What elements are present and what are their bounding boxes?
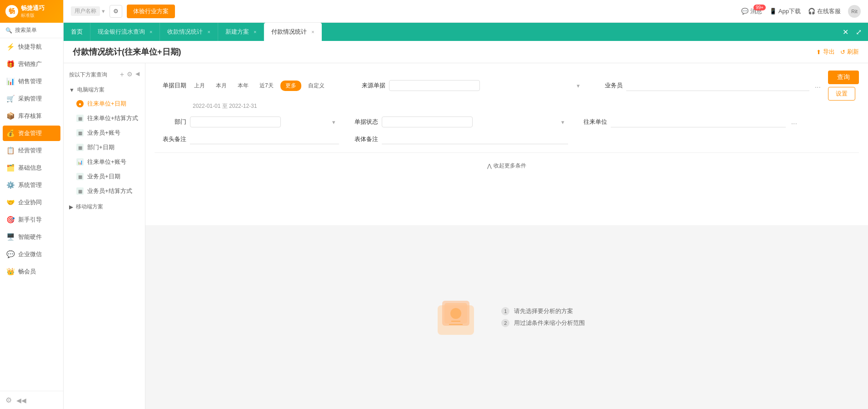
date-more[interactable]: 更多 <box>280 81 301 91</box>
date-custom[interactable]: 自定义 <box>304 81 329 91</box>
sidebar-item-kucun[interactable]: 📦 库存核算 <box>0 107 63 125</box>
tab-receipt-stats[interactable]: 收款情况统计 × <box>160 23 218 41</box>
export-button[interactable]: ⬆ 导出 <box>816 48 835 56</box>
dropdown-icon[interactable]: ▾ <box>102 8 105 15</box>
app-download-button[interactable]: 📱 App下载 <box>769 7 801 15</box>
scheme-item-label: 往来单位+结算方式 <box>87 114 138 122</box>
sidebar-item-xiaoshou[interactable]: 📊 销售管理 <box>0 73 63 90</box>
date-range-text: 2022-01-01 至 2022-12-31 <box>193 103 257 109</box>
settings-icon[interactable]: ⚙ <box>5 396 12 404</box>
partner-dots[interactable]: ... <box>791 118 797 126</box>
sidebar-item-caigou[interactable]: 🛒 采购管理 <box>0 90 63 107</box>
header: 用户名称 ▾ ⚙ 体验行业方案 💬 消息 99+ 📱 App下载 🎧 在线客服 <box>64 0 868 23</box>
scheme-collapse-button[interactable]: ◀ <box>135 71 140 79</box>
tab-close-icon[interactable]: × <box>311 29 314 35</box>
main-area: 用户名称 ▾ ⚙ 体验行业方案 💬 消息 99+ 📱 App下载 🎧 在线客服 <box>64 0 868 409</box>
sidebar-item-kuaijie[interactable]: ⚡ 快捷导航 <box>0 38 63 56</box>
scheme-item-sales-date[interactable]: ▦ 业务员+日期 <box>64 169 145 184</box>
scheme-settings-button[interactable]: ⚙ <box>127 71 133 79</box>
jingying-icon: 📋 <box>6 146 15 155</box>
sidebar-item-qiye[interactable]: 🤝 企业协同 <box>0 194 63 211</box>
sidebar-item-yingxiao[interactable]: 🎁 营销推广 <box>0 56 63 73</box>
tab-home[interactable]: 首页 <box>64 23 90 41</box>
source-select[interactable] <box>389 80 480 91</box>
date-7days[interactable]: 近7天 <box>255 81 278 91</box>
scheme-panel: 按以下方案查询 + ⚙ ◀ ▼ 电脑端方案 ● 往来单位+日期 <box>64 63 145 409</box>
mobile-group-header[interactable]: ▶ 移动端方案 <box>64 200 145 213</box>
tab-close-icon[interactable]: × <box>150 29 152 35</box>
weixin-icon: 💬 <box>6 250 15 258</box>
sidebar-item-xinshou[interactable]: 🎯 新手引导 <box>0 211 63 228</box>
filter-row-2: 部门 单据状态 <box>155 116 859 127</box>
try-industry-button[interactable]: 体验行业方案 <box>127 5 175 18</box>
tab-new-scheme[interactable]: 新建方案 × <box>218 23 264 41</box>
refresh-button[interactable]: ↺ 刷新 <box>840 48 859 56</box>
filter-dept-col: 部门 <box>155 116 339 127</box>
sidebar-search[interactable]: 🔍 搜索菜单 <box>0 23 63 38</box>
filter-area: 单据日期 上月 本月 本年 近7天 更多 自定义 来源单据 <box>145 63 868 225</box>
user-profile[interactable]: Rit <box>848 5 861 18</box>
sidebar-item-label: 销售管理 <box>18 77 42 86</box>
hint-2: 用过滤条件来缩小分析范围 <box>514 319 585 326</box>
add-scheme-button[interactable]: + <box>120 71 124 79</box>
filter-row-3: 表头备注 表体备注 <box>155 134 859 144</box>
pc-group-header[interactable]: ▼ 电脑端方案 <box>64 83 145 96</box>
sidebar-item-label: 新手引导 <box>18 216 42 224</box>
pc-group-label: 电脑端方案 <box>77 86 105 94</box>
scheme-item-partner-date[interactable]: ● 往来单位+日期 <box>64 96 145 111</box>
filter-settings-button[interactable]: 设置 <box>828 87 855 101</box>
sidebar-item-zijin[interactable]: 💰 资金管理 <box>3 126 60 141</box>
content: 付款情况统计(往来单位+日期) ⬆ 导出 ↺ 刷新 按以下方案查询 + <box>64 41 868 409</box>
date-this-year[interactable]: 本年 <box>234 81 253 91</box>
sidebar-collapse-button[interactable]: ◀◀ <box>16 397 26 404</box>
header-left: 用户名称 ▾ ⚙ 体验行业方案 <box>71 5 175 18</box>
sidebar-item-label: 营销推广 <box>18 60 42 68</box>
sidebar-item-jingying[interactable]: 📋 经营管理 <box>0 142 63 159</box>
scheme-item-partner-account[interactable]: 📊 往来单位+账号 <box>64 155 145 169</box>
scheme-item-sales-settle[interactable]: ▦ 业务员+结算方式 <box>64 184 145 198</box>
date-last-month[interactable]: 上月 <box>190 81 209 91</box>
service-label: 在线客服 <box>817 7 841 15</box>
tab-label: 首页 <box>71 28 83 36</box>
sidebar-item-xitong[interactable]: ⚙️ 系统管理 <box>0 177 63 194</box>
dept-select[interactable] <box>190 116 281 127</box>
sidebar-item-zhinneg[interactable]: 🖥️ 智能硬件 <box>0 228 63 246</box>
salesman-dots[interactable]: ... <box>815 81 821 90</box>
empty-content: 1 请先选择要分析的方案 2 用过滤条件来缩小分析范围 <box>429 292 585 343</box>
header-settings-button[interactable]: ⚙ <box>110 5 122 18</box>
tab-close-icon[interactable]: × <box>207 29 210 35</box>
tab-cash-bank[interactable]: 现金银行流水查询 × <box>90 23 160 41</box>
query-actions: 查询 设置 <box>828 71 859 101</box>
header-note-label: 表头备注 <box>155 135 186 143</box>
sidebar-item-label: 库存核算 <box>18 112 42 120</box>
date-this-month[interactable]: 本月 <box>212 81 231 91</box>
docstatus-select[interactable] <box>382 116 473 127</box>
sidebar-item-huiyuan[interactable]: 👑 畅会员 <box>0 263 63 280</box>
docstatus-select-wrap <box>382 116 568 127</box>
salesman-input[interactable] <box>626 81 809 91</box>
qiye-icon: 🤝 <box>6 198 15 207</box>
header-note-input[interactable] <box>190 134 339 144</box>
collapse-more-button[interactable]: ⋀ 收起更多条件 <box>484 158 530 173</box>
tab-close-icon[interactable]: × <box>254 29 256 35</box>
tab-expand-icon[interactable]: ⤢ <box>853 27 864 37</box>
scheme-item-dept-date[interactable]: ▦ 部门+日期 <box>64 140 145 155</box>
tab-payment-stats[interactable]: 付款情况统计 × <box>264 23 321 41</box>
service-icon: 🎧 <box>808 8 815 15</box>
gear-icon: ⚙ <box>113 8 119 15</box>
sidebar-item-label: 资金管理 <box>18 129 42 137</box>
online-service-button[interactable]: 🎧 在线客服 <box>808 7 841 15</box>
scheme-item-partner-settle[interactable]: ▦ 往来单位+结算方式 <box>64 111 145 126</box>
sidebar-item-weixin[interactable]: 💬 企业微信 <box>0 246 63 263</box>
filter-partner-col: 往来单位 ... <box>575 117 797 127</box>
tab-label: 付款情况统计 <box>271 28 307 36</box>
sidebar-item-jichu[interactable]: 🗂️ 基础信息 <box>0 159 63 177</box>
query-button[interactable]: 查询 <box>828 71 859 84</box>
message-button[interactable]: 💬 消息 99+ <box>741 7 762 15</box>
header-right: 💬 消息 99+ 📱 App下载 🎧 在线客服 Rit <box>741 5 861 18</box>
scheme-item-sales-account[interactable]: ▦ 业务员+账号 <box>64 126 145 140</box>
tab-close-all-icon[interactable]: ✕ <box>840 27 851 37</box>
body-note-input[interactable] <box>382 134 568 144</box>
partner-label: 往来单位 <box>575 118 607 126</box>
partner-input[interactable] <box>611 117 785 127</box>
